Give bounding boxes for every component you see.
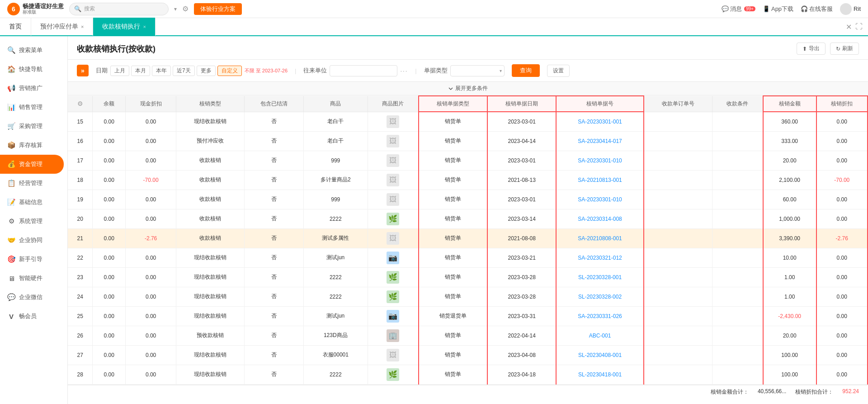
cell-bill-no[interactable]: SA-20230301-001 xyxy=(556,112,643,131)
cell-bill-no[interactable]: SA-20230314-008 xyxy=(556,209,643,228)
tab-collection[interactable]: 收款核销执行 × xyxy=(93,18,155,36)
last-month-button[interactable]: 上月 xyxy=(110,66,129,76)
cell-img: 🌿 xyxy=(368,365,419,384)
sidebar-item-member[interactable]: V 畅会员 xyxy=(0,307,67,326)
cell-bill-no[interactable]: SA-20230321-012 xyxy=(556,248,643,267)
cell-bill-no[interactable]: SA-20210813-001 xyxy=(556,170,643,190)
cell-amount: 1,000.00 xyxy=(763,209,816,228)
refresh-button[interactable]: ↻ 刷新 xyxy=(830,43,859,55)
cell-bill-date: 2023-03-14 xyxy=(487,209,556,228)
message-button[interactable]: 💬 消息 99+ xyxy=(722,5,755,13)
online-service-button[interactable]: 🎧 在线客服 xyxy=(801,5,833,13)
maximize-icon[interactable]: ⛶ xyxy=(855,23,863,31)
sidebar-item-collab[interactable]: 🤝 企业协同 xyxy=(0,231,67,250)
close-window-icon[interactable]: ✕ xyxy=(846,23,852,31)
app-logo: 6 畅捷通谊好生意 标准版 xyxy=(7,3,64,15)
sidebar-item-sales[interactable]: 📊 销售管理 xyxy=(0,98,67,117)
cell-type: 收款核销 xyxy=(176,228,244,248)
query-button[interactable]: 查询 xyxy=(512,64,540,77)
industry-solution-button[interactable]: 体验行业方案 xyxy=(194,3,242,15)
user-avatar[interactable]: Rit xyxy=(840,3,861,15)
cell-cash-discount: 0.00 xyxy=(126,345,176,365)
app-download-button[interactable]: 📱 App下载 xyxy=(763,5,793,13)
setting-button[interactable]: 设置 xyxy=(547,65,570,77)
cell-discount: 0.00 xyxy=(816,248,868,267)
sidebar-item-inventory[interactable]: 📦 库存核算 xyxy=(0,136,67,155)
cell-id: 22 xyxy=(68,248,93,267)
cell-type: 现结收款核销 xyxy=(176,112,244,131)
cell-goods: 2222 xyxy=(303,365,368,384)
sidebar-item-finance[interactable]: 💰 资金管理 xyxy=(0,155,64,174)
cell-amount: 1.00 xyxy=(763,287,816,306)
close-tab1-icon[interactable]: × xyxy=(81,24,84,29)
cell-goods: 测试jun xyxy=(303,306,368,326)
cell-cash-discount: 0.00 xyxy=(126,365,176,384)
custom-date-button[interactable]: 自定义 xyxy=(217,66,242,76)
message-icon: 💬 xyxy=(722,5,729,12)
sidebar-item-guide[interactable]: 🎯 新手引导 xyxy=(0,250,67,269)
cell-cash-discount: -70.00 xyxy=(126,170,176,190)
cell-bill-no[interactable]: SL-20230328-002 xyxy=(556,287,643,306)
bill-type-select[interactable] xyxy=(450,65,505,76)
cell-bill-no[interactable]: SA-20230301-010 xyxy=(556,190,643,209)
close-tab2-icon[interactable]: × xyxy=(143,24,146,29)
cell-bill-no[interactable]: ABC-001 xyxy=(556,326,643,345)
cell-bill-no[interactable]: SA-20230301-010 xyxy=(556,151,643,170)
cell-bill-no[interactable]: SA-20210808-001 xyxy=(556,228,643,248)
cell-amount: 2,100.00 xyxy=(763,170,816,190)
sidebar-item-hardware[interactable]: 🖥 智能硬件 xyxy=(0,269,67,288)
filter-expand-button[interactable]: » xyxy=(77,65,89,76)
sidebar-item-system[interactable]: ⚙ 系统管理 xyxy=(0,212,67,231)
cell-settled: 否 xyxy=(244,365,303,384)
cell-cash-discount: 0.00 xyxy=(126,248,176,267)
top-search-box[interactable]: 🔍 搜索 xyxy=(69,3,169,15)
dropdown-arrow-icon[interactable]: ▾ xyxy=(174,6,177,12)
sidebar-item-operation[interactable]: 📋 经营管理 xyxy=(0,174,67,193)
cell-bill-no[interactable]: SL-20230408-001 xyxy=(556,345,643,365)
guide-sidebar-icon: 🎯 xyxy=(7,255,15,263)
this-month-button[interactable]: 本月 xyxy=(131,66,150,76)
table-row: 25 0.00 0.00 现结收款核销 否 测试jun 📷 销货退货单 2023… xyxy=(68,306,868,326)
sidebar-item-search[interactable]: 🔍 搜索菜单 xyxy=(0,41,67,60)
cell-bill-no[interactable]: SA-20230414-017 xyxy=(556,131,643,151)
recent7-button[interactable]: 近7天 xyxy=(173,66,195,76)
sidebar-item-quick-nav[interactable]: 🏠 快捷导航 xyxy=(0,60,67,79)
tab-prepay[interactable]: 预付冲应付单 × xyxy=(31,18,93,36)
cell-img: 📷 xyxy=(368,248,419,267)
cell-goods: 衣服00001 xyxy=(303,345,368,365)
cell-condition xyxy=(712,345,763,365)
date-buttons: 上月 本月 本年 近7天 更多 自定义 xyxy=(110,66,242,76)
cell-bill-date: 2023-04-14 xyxy=(487,131,556,151)
table-row: 21 0.00 -2.76 收款核销 否 测试多属性 🖼 销货单 2021-08… xyxy=(68,228,868,248)
sidebar-item-purchase[interactable]: 🛒 采购管理 xyxy=(0,117,67,136)
cell-bill-type: 销货退货单 xyxy=(419,306,487,326)
sidebar-item-wechat[interactable]: 💬 企业微信 xyxy=(0,288,67,307)
cell-amount: 100.00 xyxy=(763,345,816,365)
cell-condition xyxy=(712,209,763,228)
cell-bill-no[interactable]: SL-20230418-001 xyxy=(556,365,643,384)
sidebar-item-basic[interactable]: 📝 基础信息 xyxy=(0,193,67,212)
cell-amount: 20.00 xyxy=(763,326,816,345)
cell-bill-date: 2021-08-08 xyxy=(487,228,556,248)
cell-id: 16 xyxy=(68,131,93,151)
headset-icon: 🎧 xyxy=(801,5,808,12)
this-year-button[interactable]: 本年 xyxy=(152,66,171,76)
cell-bill-type: 销货单 xyxy=(419,345,487,365)
page-title: 收款核销执行(按收款) xyxy=(77,43,156,54)
cell-type: 预付冲应收 xyxy=(176,131,244,151)
col-settings[interactable]: ⚙ xyxy=(68,96,93,112)
export-button[interactable]: ⬆ 导出 xyxy=(797,43,826,55)
expand-more-button[interactable]: 展开更多条件 xyxy=(448,85,488,92)
from-unit-input[interactable] xyxy=(330,65,397,76)
col-goods-image: 商品图片 xyxy=(368,96,419,112)
cell-img: 🖼 xyxy=(368,190,419,209)
tab-prepay-label: 预付冲应付单 xyxy=(40,23,78,31)
home-tab[interactable]: 首页 xyxy=(0,18,31,36)
cell-bill-no[interactable]: SA-20230331-026 xyxy=(556,306,643,326)
data-table-wrapper[interactable]: ⚙ 余额 现金折扣 核销类型 包含已结清 商品 商品图片 核销单据类型 核销单据… xyxy=(68,95,868,404)
cell-bill-no[interactable]: SL-20230328-001 xyxy=(556,267,643,287)
settings-icon[interactable]: ⚙ xyxy=(182,5,189,13)
sidebar-item-marketing[interactable]: 📢 营销推广 xyxy=(0,79,67,98)
cell-type: 预收款核销 xyxy=(176,326,244,345)
more-date-button[interactable]: 更多 xyxy=(197,66,216,76)
